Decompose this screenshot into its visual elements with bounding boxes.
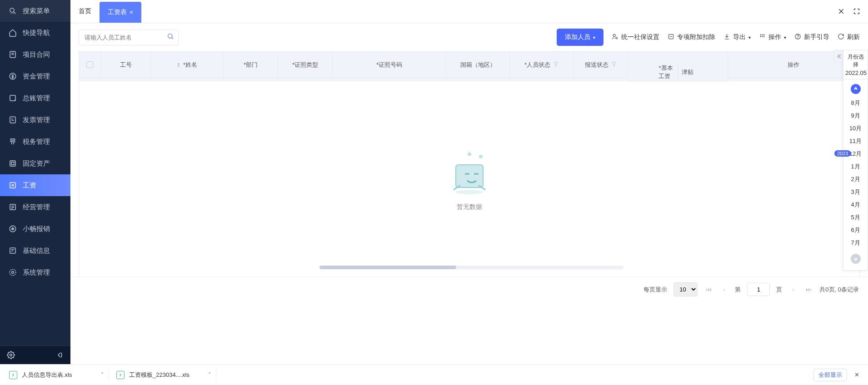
download-filename: 人员信息导出表.xls: [22, 371, 72, 379]
sidebar-item-system[interactable]: 系统管理: [0, 262, 70, 283]
collapse-sidebar-icon[interactable]: [55, 350, 64, 360]
sidebar-item-invoice[interactable]: 发票管理: [0, 109, 70, 131]
svg-point-39: [764, 36, 764, 37]
show-all-downloads-button[interactable]: 全部显示: [813, 369, 847, 381]
month-option[interactable]: 11月: [843, 135, 868, 148]
special-deduct-button[interactable]: 专项附加扣除: [668, 33, 715, 41]
contract-icon: [8, 50, 17, 59]
month-option[interactable]: 9月: [843, 109, 868, 122]
svg-point-24: [10, 354, 12, 356]
button-label: 操作: [768, 33, 781, 41]
sidebar-item-salary[interactable]: 工资: [0, 174, 70, 196]
month-option[interactable]: 4月: [843, 198, 868, 211]
invoice-icon: [8, 115, 17, 124]
next-page-button[interactable]: ›: [788, 286, 798, 293]
sidebar-item-label: 系统管理: [23, 268, 50, 277]
info-icon: [8, 246, 17, 255]
th-cert-no[interactable]: *证照号码: [333, 52, 446, 78]
page-suffix: 页: [776, 286, 782, 294]
sidebar-item-reimburse[interactable]: 小畅报销: [0, 218, 70, 240]
sidebar-item-basic-info[interactable]: 基础信息: [0, 240, 70, 262]
sidebar-item-label: 固定资产: [23, 159, 50, 168]
th-name[interactable]: ▲▼ *姓名: [151, 52, 224, 78]
scroll-months-down-button[interactable]: [851, 254, 861, 264]
close-tab-icon[interactable]: ×: [130, 9, 133, 16]
filter-icon[interactable]: [611, 61, 617, 68]
th-base-salary[interactable]: *基本工资: [658, 64, 678, 81]
svg-point-0: [10, 8, 14, 12]
refresh-button[interactable]: 刷新: [838, 33, 860, 41]
prev-page-button[interactable]: ‹: [719, 286, 728, 293]
th-report-status[interactable]: 报送状态: [574, 52, 628, 78]
month-option[interactable]: 5月: [843, 211, 868, 224]
th-dept[interactable]: *部门: [224, 52, 278, 78]
filter-icon[interactable]: [553, 61, 559, 68]
first-page-button[interactable]: ⏮: [704, 286, 713, 293]
month-option[interactable]: 10月: [843, 122, 868, 135]
sidebar-item-fixed-assets[interactable]: 固定资产: [0, 153, 70, 174]
per-page-select[interactable]: 10: [673, 282, 698, 296]
sidebar-item-tax[interactable]: 税务管理: [0, 131, 70, 153]
sidebar-item-project-contract[interactable]: 项目合同: [0, 44, 70, 65]
chevron-down-icon: ▾: [593, 35, 595, 40]
svg-point-23: [12, 271, 14, 274]
ledger-icon: [8, 94, 17, 103]
guide-button[interactable]: 新手引导: [794, 33, 829, 41]
button-label: 导出: [733, 33, 746, 41]
month-option[interactable]: 7月: [843, 237, 868, 249]
add-person-button[interactable]: 添加人员 ▾: [557, 29, 604, 46]
button-label: 新手引导: [804, 33, 829, 41]
horizontal-scrollbar[interactable]: [235, 266, 703, 270]
sidebar-item-ledger[interactable]: 总账管理: [0, 87, 70, 109]
th-person-status[interactable]: *人员状态: [510, 52, 574, 78]
page-summary: 共0页, 0条记录: [819, 286, 859, 294]
th-id[interactable]: 工号: [101, 52, 151, 78]
button-label: 专项附加扣除: [677, 33, 715, 41]
svg-point-22: [10, 269, 16, 276]
table-header: 工号 ▲▼ *姓名 *部门 *证照类型 *证照号码 国籍（地区） *人员状态 报…: [79, 52, 859, 81]
social-settings-button[interactable]: 统一社保设置: [612, 33, 659, 41]
expand-month-panel-button[interactable]: [834, 50, 843, 63]
month-option[interactable]: 2月: [843, 173, 868, 186]
reimburse-icon: [8, 224, 17, 233]
svg-marker-43: [612, 62, 616, 66]
month-option[interactable]: 6月: [843, 224, 868, 237]
deduct-icon: [668, 33, 674, 41]
download-item[interactable]: x 人员信息导出表.xls ˄: [5, 368, 109, 382]
empty-illustration-icon: [442, 147, 497, 197]
toolbar: 添加人员 ▾ 统一社保设置 专项附加扣除 导出 ▾ 操作 ▾: [70, 23, 868, 51]
pagination: 每页显示 10 ⏮ ‹ 第 页 › ⏭ 共0页, 0条记录: [70, 276, 868, 302]
month-option[interactable]: 8月: [843, 97, 868, 109]
month-option[interactable]: 3月: [843, 186, 868, 198]
sort-icon[interactable]: ▲▼: [177, 62, 180, 68]
th-cert-type[interactable]: *证照类型: [278, 52, 333, 78]
th-allowance[interactable]: 津贴: [678, 64, 697, 81]
select-all-checkbox[interactable]: [86, 61, 93, 68]
svg-point-30: [613, 35, 615, 37]
page-input[interactable]: [747, 283, 770, 296]
last-page-button[interactable]: ⏭: [804, 286, 813, 293]
search-input[interactable]: [79, 30, 179, 45]
sidebar-item-business[interactable]: 经营管理: [0, 196, 70, 218]
th-nationality[interactable]: 国籍（地区）: [446, 52, 510, 78]
export-button[interactable]: 导出 ▾: [723, 33, 751, 41]
tab-home[interactable]: 首页: [70, 0, 100, 23]
gear-icon[interactable]: [6, 350, 15, 360]
close-button[interactable]: [833, 4, 849, 19]
sidebar-item-search-menu[interactable]: 搜索菜单: [0, 0, 70, 22]
chevron-up-icon[interactable]: ˄: [208, 371, 211, 378]
xls-file-icon: x: [116, 371, 125, 379]
close-downloads-bar-button[interactable]: ✕: [850, 371, 863, 378]
tab-salary-sheet[interactable]: 工资表 ×: [100, 2, 141, 23]
download-item[interactable]: x 工资模板_223034....xls ˄: [112, 368, 216, 382]
month-option[interactable]: 1月: [843, 160, 868, 173]
operations-button[interactable]: 操作 ▾: [759, 33, 786, 41]
chevron-up-icon[interactable]: ˄: [101, 371, 104, 378]
sidebar-item-funds[interactable]: 资金管理: [0, 65, 70, 87]
sidebar-item-quick-nav[interactable]: 快捷导航: [0, 22, 70, 44]
scroll-months-up-button[interactable]: [851, 84, 861, 94]
svg-marker-42: [554, 62, 558, 66]
salary-icon: [8, 181, 17, 190]
fullscreen-button[interactable]: [849, 4, 864, 19]
search-icon[interactable]: [167, 33, 174, 42]
